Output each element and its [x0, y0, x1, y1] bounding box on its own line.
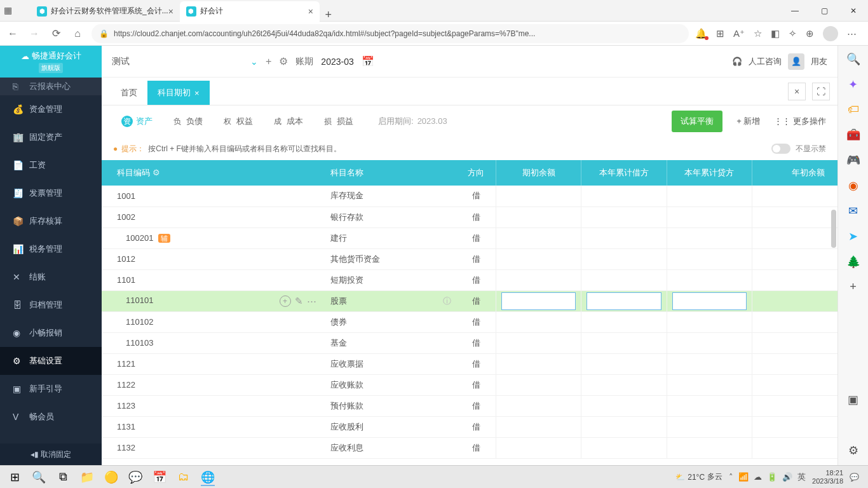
year-credit-cell[interactable] — [667, 290, 752, 311]
begin-balance-cell[interactable] — [496, 353, 581, 374]
year-debit-cell[interactable] — [581, 374, 667, 395]
begin-balance-cell[interactable] — [496, 395, 581, 416]
trial-balance-button[interactable]: 试算平衡 — [672, 111, 722, 132]
account-selector[interactable]: 测试 ⌄ — [112, 56, 258, 67]
sidebar-icon[interactable]: ◧ — [771, 28, 780, 39]
year-debit-cell[interactable] — [581, 227, 667, 248]
begin-balance-cell[interactable] — [496, 227, 581, 248]
new-tab-button[interactable]: + — [320, 8, 337, 22]
table-row[interactable]: 1012其他货币资金借 — [102, 248, 837, 269]
year-begin-cell[interactable] — [752, 332, 837, 353]
hide-disabled-toggle[interactable] — [771, 144, 790, 154]
clock[interactable]: 18:21 2023/3/18 — [812, 469, 843, 485]
add-child-icon[interactable]: + — [280, 295, 291, 307]
weather-widget[interactable]: ⛅ 21°C 多云 — [675, 471, 722, 482]
table-row[interactable]: 110103基金借 — [102, 332, 837, 353]
year-begin-cell[interactable] — [752, 207, 837, 227]
year-begin-cell[interactable] — [752, 248, 837, 269]
sidebar-item[interactable]: 🗄归档管理 — [0, 291, 102, 319]
chevron-up-icon[interactable]: ˄ — [729, 472, 733, 482]
year-debit-cell[interactable] — [581, 290, 667, 311]
close-icon[interactable]: × — [308, 6, 313, 17]
sidebar-item[interactable]: 🧾发票管理 — [0, 179, 102, 207]
tab-subject-initial[interactable]: 科目期初 × — [147, 81, 210, 105]
add-icon[interactable]: + — [266, 56, 271, 67]
year-begin-cell[interactable] — [752, 353, 837, 374]
year-debit-cell[interactable] — [581, 416, 667, 437]
battery-icon[interactable]: 🔋 — [767, 472, 777, 482]
edit-icon[interactable]: ✎ — [295, 295, 303, 307]
wechat-icon[interactable]: 💬 — [125, 468, 146, 487]
workspace-icon[interactable]: ▦ — [4, 5, 12, 15]
sidebar-item[interactable]: 🏢固定资产 — [0, 123, 102, 151]
table-row[interactable]: 1121应收票据借 — [102, 353, 837, 374]
year-begin-cell[interactable] — [752, 374, 837, 395]
sidebar-item[interactable]: ✕结账 — [0, 263, 102, 291]
consult-link[interactable]: 人工咨询 — [749, 56, 782, 67]
begin-balance-cell[interactable] — [496, 374, 581, 395]
sidebar-item[interactable]: ▣新手引导 — [0, 375, 102, 403]
edge-icon[interactable]: 🌐 — [197, 468, 219, 487]
sidebar-item[interactable]: ⚙基础设置 — [0, 347, 102, 375]
extensions-icon[interactable]: ⊞ — [716, 28, 724, 39]
chrome-icon[interactable]: 🟡 — [100, 468, 122, 487]
gear-icon[interactable]: ⚙ — [153, 168, 160, 177]
category-tab[interactable]: 成成本 — [264, 111, 311, 132]
outlook-icon[interactable]: ✉ — [848, 204, 858, 218]
year-credit-cell[interactable] — [667, 186, 752, 207]
tree-icon[interactable]: 🌲 — [846, 255, 860, 269]
minimize-button[interactable]: — — [780, 0, 810, 22]
table-row[interactable]: 1002银行存款借 — [102, 207, 837, 227]
table-row[interactable]: 1101短期投资借 — [102, 269, 837, 290]
table-row[interactable]: 1123预付账款借 — [102, 395, 837, 416]
sidebar-collapse[interactable]: ◂▮ 取消固定 — [0, 444, 102, 465]
close-icon[interactable]: × — [194, 88, 200, 98]
more-icon[interactable]: ⋯ — [307, 295, 316, 307]
year-begin-cell[interactable] — [752, 227, 837, 248]
year-begin-cell[interactable] — [752, 416, 837, 437]
notifications-icon[interactable]: 💬 — [850, 473, 859, 482]
year-credit-cell[interactable] — [667, 437, 752, 458]
year-begin-cell[interactable] — [752, 186, 837, 207]
begin-balance-cell[interactable] — [496, 332, 581, 353]
shopping-icon[interactable]: 🏷 — [848, 103, 859, 116]
sidebar-item[interactable]: 📄工资 — [0, 151, 102, 179]
search-button[interactable]: 🔍 — [28, 468, 50, 487]
begin-balance-cell[interactable] — [496, 311, 581, 332]
refresh-button[interactable]: ⟳ — [48, 27, 64, 39]
table-row[interactable]: 1122应收账款借 — [102, 374, 837, 395]
profile-icon[interactable] — [823, 26, 838, 41]
back-button[interactable]: ← — [5, 28, 20, 39]
url-input[interactable]: 🔒 https://cloud2.chanjet.com/accounting/… — [92, 24, 689, 43]
help-icon[interactable]: ⓘ — [443, 295, 451, 307]
tab-home[interactable]: 首页 — [111, 81, 147, 105]
collections-icon[interactable]: ✧ — [789, 28, 797, 39]
close-icon[interactable]: × — [168, 6, 173, 17]
games-icon[interactable]: 🎮 — [846, 153, 860, 167]
task-view-button[interactable]: ⧉ — [52, 468, 74, 487]
year-credit-cell[interactable] — [667, 227, 752, 248]
cloud-icon[interactable]: ☁ — [754, 472, 762, 482]
table-row[interactable]: 100201 辅建行借 — [102, 227, 837, 248]
close-all-button[interactable]: × — [788, 83, 806, 100]
year-debit-cell[interactable] — [581, 311, 667, 332]
begin-balance-cell[interactable] — [496, 416, 581, 437]
year-credit-cell[interactable] — [667, 311, 752, 332]
favorite-icon[interactable]: ☆ — [754, 28, 762, 39]
sidebar-item[interactable]: 📦库存核算 — [0, 207, 102, 235]
begin-balance-cell[interactable] — [496, 269, 581, 290]
sidebar-item[interactable]: 💰资金管理 — [0, 95, 102, 123]
more-actions-button[interactable]: ⋮⋮ 更多操作 — [774, 116, 826, 127]
year-credit-cell[interactable] — [667, 248, 752, 269]
scrollbar-thumb[interactable] — [831, 210, 836, 248]
calendar-app-icon[interactable]: 📅 — [149, 468, 170, 487]
table-row[interactable]: 110102债券借 — [102, 311, 837, 332]
sidebar-item[interactable]: ⎘云报表中心 — [0, 78, 102, 95]
home-button[interactable]: ⌂ — [70, 28, 85, 39]
year-debit-cell[interactable] — [581, 437, 667, 458]
table-row[interactable]: 110101 +✎⋯股票ⓘ借 — [102, 290, 837, 311]
sidebar-item[interactable]: V畅会员 — [0, 403, 102, 431]
begin-balance-cell[interactable] — [496, 437, 581, 458]
copilot-icon[interactable]: ✦ — [848, 78, 858, 92]
year-begin-cell[interactable] — [752, 437, 837, 458]
